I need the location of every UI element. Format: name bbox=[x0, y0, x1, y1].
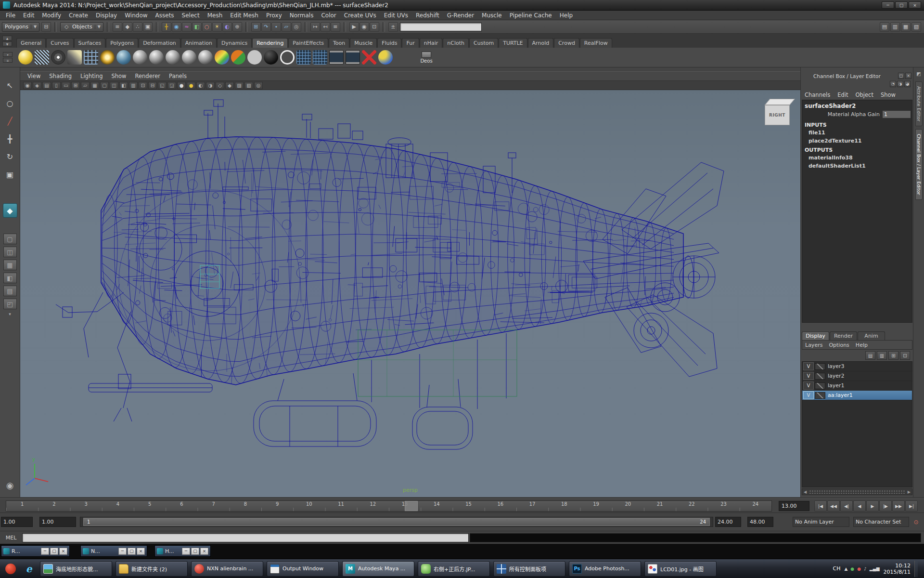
taskbar-item-image[interactable]: 海底地形形态貌... bbox=[40, 561, 112, 577]
viewport-menu-panels[interactable]: Panels bbox=[165, 73, 191, 79]
menu-pipeline-cache[interactable]: Pipeline Cache bbox=[506, 11, 556, 20]
statusline-grip[interactable] bbox=[107, 22, 109, 32]
textured-mode-icon[interactable]: ▨ bbox=[235, 82, 244, 89]
layer-color-swatch[interactable] bbox=[815, 382, 825, 389]
grease-pencil-icon[interactable]: ▱ bbox=[81, 82, 90, 89]
taskbar-item-control[interactable]: 所有控制面板项 bbox=[493, 561, 565, 577]
go-to-end-button[interactable]: ▶| bbox=[905, 500, 918, 512]
create-empty-layer-icon[interactable]: ⊞ bbox=[888, 351, 898, 360]
occlusion-icon[interactable]: ◑ bbox=[206, 82, 215, 89]
layer-row-layer3[interactable]: Vlayer3 bbox=[802, 362, 912, 371]
menu-color[interactable]: Color bbox=[317, 11, 340, 20]
make-live-icon[interactable]: ◎ bbox=[292, 22, 301, 32]
layer-color-swatch[interactable] bbox=[815, 392, 825, 399]
use-background-icon[interactable] bbox=[264, 50, 278, 65]
alert-tray-icon[interactable]: ● bbox=[857, 566, 861, 571]
sidebar-toggle-icon[interactable]: ▤ bbox=[880, 22, 889, 32]
mask-misc-icon[interactable]: ⊕ bbox=[232, 22, 242, 32]
ambient-light-icon[interactable] bbox=[18, 50, 33, 65]
input-connections-icon[interactable]: ↦ bbox=[310, 22, 320, 32]
close-panel-button[interactable]: × bbox=[905, 73, 911, 79]
channel-node-item[interactable]: file11 bbox=[802, 129, 912, 137]
layer-editor-menu-help[interactable]: Help bbox=[856, 342, 868, 348]
shelf-tab-toon[interactable]: Toon bbox=[329, 38, 349, 48]
shelf-tab-painteffects[interactable]: PaintEffects bbox=[288, 38, 328, 48]
mask-joints-icon[interactable]: ◉ bbox=[172, 22, 181, 32]
paint-select-tool-icon[interactable]: ╱ bbox=[3, 114, 17, 128]
move-tool-icon[interactable]: ╋ bbox=[3, 131, 17, 146]
scroll-left-arrow-icon[interactable]: ◀ bbox=[804, 490, 807, 494]
snap-plane-icon[interactable]: ▱ bbox=[282, 22, 291, 32]
start-menu-icon[interactable] bbox=[2, 561, 19, 577]
camera-attributes-icon[interactable]: ▤ bbox=[42, 82, 51, 89]
playback-end-field[interactable]: 24.00 bbox=[715, 517, 741, 527]
taskbar-item-jp[interactable]: 右侧+正后方.JP... bbox=[418, 561, 490, 577]
node-name[interactable]: surfaceShader2 bbox=[802, 102, 912, 110]
layer-editor-scrollbar[interactable]: ◀ ▶ bbox=[802, 488, 912, 495]
layout-four-pane-icon[interactable]: ▦ bbox=[3, 260, 17, 270]
menu-assets[interactable]: Assets bbox=[152, 11, 178, 20]
directional-light-icon[interactable] bbox=[35, 50, 49, 65]
ipr-render-icon[interactable]: ◉ bbox=[359, 22, 369, 32]
lasso-tool-icon[interactable]: ○ bbox=[3, 96, 17, 110]
menu-redshift[interactable]: Redshift bbox=[412, 11, 443, 20]
spot-light-icon[interactable] bbox=[67, 50, 82, 65]
area-light-icon[interactable] bbox=[84, 50, 98, 65]
safe-title-icon[interactable]: ⊟ bbox=[148, 82, 157, 89]
layer-color-swatch[interactable] bbox=[815, 363, 825, 370]
lock-camera-icon[interactable]: ◈ bbox=[33, 82, 41, 89]
taskbar-item-output-window[interactable]: Output Window bbox=[267, 561, 339, 577]
collapse-statusline-button[interactable]: ⊟ bbox=[41, 22, 51, 32]
channel-box-menu-channels[interactable]: Channels bbox=[805, 92, 830, 98]
scrollbar-grip[interactable] bbox=[809, 490, 905, 494]
anisotropic-shader-icon[interactable] bbox=[133, 50, 147, 65]
animation-start-field[interactable]: 1.00 bbox=[1, 517, 33, 527]
select-asset-icon[interactable]: ▣ bbox=[143, 22, 153, 32]
layout-single-pane-icon[interactable]: ▢ bbox=[3, 234, 17, 244]
layer-editor-menu-options[interactable]: Options bbox=[829, 342, 849, 348]
range-start-handle[interactable]: 1 bbox=[87, 519, 90, 525]
menu-edit[interactable]: Edit bbox=[19, 11, 38, 20]
minimized-window-h[interactable]: H...─▢× bbox=[154, 545, 211, 557]
lambert-shader-icon[interactable] bbox=[166, 50, 180, 65]
statusline-grip[interactable] bbox=[54, 22, 57, 32]
layout-persp-outliner-icon[interactable]: ◧ bbox=[3, 273, 17, 283]
mask-handles-icon[interactable]: ╋ bbox=[162, 22, 171, 32]
xray-icon[interactable]: ▧ bbox=[244, 82, 253, 89]
film-gate-icon[interactable]: ▢ bbox=[100, 82, 109, 89]
shelf-menu-button[interactable]: ▾ bbox=[3, 52, 13, 57]
shelf-tab-custom[interactable]: Custom bbox=[469, 38, 498, 48]
medium-speed-icon[interactable]: ◑ bbox=[897, 81, 903, 87]
anim-layer-dropdown[interactable]: No Anim Layer bbox=[793, 517, 849, 527]
channel-box-menu-show[interactable]: Show bbox=[881, 92, 896, 98]
maximize-button[interactable]: ▢ bbox=[50, 548, 58, 555]
viewport-menu-renderer[interactable]: Renderer bbox=[131, 73, 165, 79]
layer-visibility-toggle[interactable]: V bbox=[803, 381, 814, 390]
sidebar-tab-channel-box-layer-editor[interactable]: Channel Box / Layer Editor bbox=[915, 129, 923, 200]
shelf-tab-general[interactable]: General bbox=[16, 38, 46, 48]
menu-edit-mesh[interactable]: Edit Mesh bbox=[226, 11, 262, 20]
viewport-3d-view[interactable]: y RIGHT persp bbox=[20, 90, 800, 497]
title-bar[interactable]: Autodesk Maya 2014: N:\Project_work\Shen… bbox=[0, 0, 924, 11]
minimize-button[interactable]: ─ bbox=[41, 548, 49, 555]
channel-box-menu-edit[interactable]: Edit bbox=[837, 92, 848, 98]
command-line-input[interactable] bbox=[22, 533, 469, 542]
move-layer-down-icon[interactable]: ▥ bbox=[877, 351, 887, 360]
play-backwards-button[interactable]: ◀ bbox=[853, 500, 866, 512]
shelf-tab-fluids[interactable]: Fluids bbox=[377, 38, 401, 48]
surface-shader-icon[interactable] bbox=[247, 50, 262, 65]
menu-edit-uvs[interactable]: Edit UVs bbox=[380, 11, 412, 20]
layer-editor-tab-anim[interactable]: Anim bbox=[858, 331, 885, 340]
clock[interactable]: 10:12 2015/8/11 bbox=[884, 563, 911, 575]
layer-editor-tab-render[interactable]: Render bbox=[830, 331, 857, 340]
grid-toggle-icon[interactable]: ▦ bbox=[90, 82, 99, 89]
statusline-grip[interactable] bbox=[245, 22, 248, 32]
layer-row-layer1[interactable]: Vlayer1 bbox=[802, 381, 912, 391]
field-chart-icon[interactable]: ▥ bbox=[129, 82, 138, 89]
select-component-icon[interactable]: ∴ bbox=[133, 22, 142, 32]
shelf-tab-crowd[interactable]: Crowd bbox=[554, 38, 579, 48]
render-view-icon[interactable] bbox=[329, 50, 344, 65]
phong-shader-icon[interactable] bbox=[182, 50, 196, 65]
panel-options-icon[interactable]: ◩ bbox=[916, 71, 921, 77]
layer-visibility-toggle[interactable]: V bbox=[803, 391, 814, 399]
